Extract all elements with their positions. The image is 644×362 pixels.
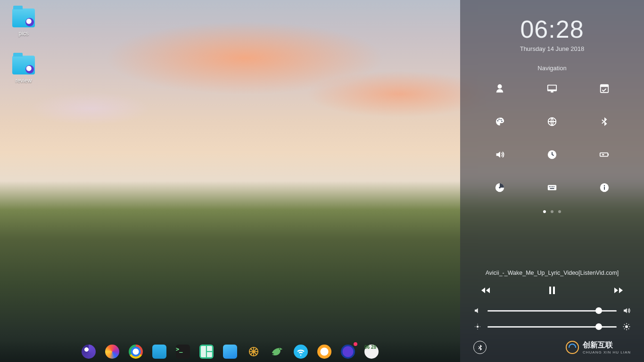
- bird-icon: [270, 345, 284, 359]
- apps-icon: [599, 83, 610, 94]
- volume-icon: [495, 149, 505, 160]
- brand-subtitle: CHUANG XIN HU LIAN: [583, 350, 631, 354]
- task-wifi[interactable]: [292, 343, 309, 360]
- task-files[interactable]: [151, 343, 168, 360]
- task-purple-app[interactable]: [339, 343, 356, 360]
- orange-app-icon: [317, 345, 331, 359]
- task-orange-app[interactable]: [316, 343, 333, 360]
- task-tiling[interactable]: [198, 343, 215, 360]
- chrome-icon: [129, 345, 143, 359]
- nav-appearance[interactable]: [490, 112, 509, 131]
- svg-rect-27: [550, 188, 554, 189]
- panel-clock-date: Thursday 14 June 2018: [473, 45, 631, 52]
- pager-dot-2[interactable]: [551, 210, 553, 213]
- svg-line-46: [624, 329, 625, 329]
- bluetooth-icon: [477, 344, 484, 351]
- purple-app-icon: [341, 345, 355, 359]
- media-track-title: Avicii_-_Wake_Me_Up_Lyric_Video[ListenVi…: [473, 270, 631, 276]
- navigation-title: Navigation: [473, 65, 631, 72]
- svg-rect-22: [548, 185, 556, 190]
- task-bird[interactable]: [269, 343, 286, 360]
- volume-thumb[interactable]: [595, 307, 602, 314]
- clock-widget-text: 06 28: [364, 345, 379, 350]
- svg-rect-31: [549, 287, 551, 294]
- nav-bluetooth[interactable]: [595, 112, 614, 131]
- svg-rect-19: [608, 154, 609, 156]
- svg-rect-29: [604, 187, 605, 189]
- svg-point-12: [497, 120, 498, 121]
- svg-rect-23: [549, 186, 550, 187]
- svg-line-44: [628, 329, 629, 329]
- task-terminal[interactable]: [174, 343, 191, 360]
- volume-slider[interactable]: [487, 310, 617, 312]
- task-wheel[interactable]: [245, 343, 262, 360]
- task-clock-widget[interactable]: 06 28: [363, 343, 380, 360]
- nav-about[interactable]: [595, 178, 614, 197]
- svg-point-13: [498, 119, 499, 120]
- brightness-thumb[interactable]: [595, 323, 602, 330]
- nav-power[interactable]: [595, 145, 614, 164]
- desktop-icon-label: pics: [7, 30, 41, 37]
- media-prev-button[interactable]: [477, 282, 494, 299]
- nav-pager[interactable]: [473, 206, 631, 215]
- globe-icon: [547, 116, 557, 127]
- desktop-icon-review[interactable]: review: [7, 56, 41, 84]
- volume-mute-icon: [473, 306, 482, 315]
- media-play-pause-button[interactable]: [544, 282, 561, 299]
- svg-rect-32: [553, 287, 555, 294]
- task-firefox[interactable]: [104, 343, 121, 360]
- launcher-icon: [82, 345, 96, 359]
- nav-applications[interactable]: [595, 79, 614, 98]
- svg-rect-25: [552, 186, 553, 187]
- clock-widget-icon: 06 28: [364, 345, 379, 359]
- desktop-icon-pics[interactable]: pics: [7, 8, 41, 37]
- user-icon: [495, 83, 505, 94]
- nav-keyboard[interactable]: [543, 178, 561, 197]
- folder-icon: [12, 8, 35, 27]
- tiling-icon: [199, 345, 214, 359]
- files-icon: [152, 345, 166, 359]
- pause-icon: [546, 285, 558, 296]
- nav-user[interactable]: [490, 79, 509, 98]
- update-badge-icon: [354, 342, 357, 346]
- firefox-icon: [105, 345, 119, 359]
- svg-point-21: [499, 187, 501, 189]
- brightness-slider-row: [473, 322, 631, 331]
- svg-point-14: [500, 119, 501, 120]
- brand-logo: 创新互联 CHUANG XIN HU LIAN: [566, 340, 631, 354]
- volume-high-icon: [622, 306, 631, 315]
- svg-line-43: [624, 324, 625, 325]
- brand-title: 创新互联: [583, 341, 613, 349]
- brightness-slider[interactable]: [487, 326, 617, 328]
- tray-bluetooth-toggle[interactable]: [473, 341, 487, 354]
- folder-icon: [12, 56, 35, 74]
- svg-point-33: [477, 326, 479, 328]
- nav-display[interactable]: [543, 79, 561, 98]
- pager-dot-3[interactable]: [558, 210, 561, 213]
- media-next-button[interactable]: [610, 282, 627, 299]
- side-panel: 06:28 Thursday 14 June 2018 Navigation A…: [460, 0, 644, 362]
- task-launcher[interactable]: [80, 343, 97, 360]
- panel-clock-time: 06:28: [473, 15, 631, 43]
- desktop-icon-label: review: [7, 77, 41, 84]
- navigation-grid: [473, 79, 631, 197]
- nav-network[interactable]: [543, 112, 561, 131]
- task-chrome[interactable]: [127, 343, 144, 360]
- svg-point-38: [625, 325, 628, 328]
- terminal-icon: [176, 345, 190, 359]
- clock-icon: [547, 149, 557, 160]
- media-section: Avicii_-_Wake_Me_Up_Lyric_Video[ListenVi…: [473, 255, 631, 354]
- skip-back-icon: [480, 285, 491, 296]
- palette-icon: [495, 116, 505, 127]
- monitor-icon: [547, 83, 557, 94]
- skip-forward-icon: [613, 285, 624, 296]
- task-photos[interactable]: [222, 343, 239, 360]
- nav-storage[interactable]: [490, 178, 509, 197]
- nav-sound[interactable]: [490, 145, 509, 164]
- battery-icon: [599, 149, 610, 160]
- svg-rect-26: [553, 186, 554, 187]
- svg-point-6: [279, 348, 281, 350]
- pager-dot-1[interactable]: [543, 210, 546, 213]
- wifi-icon: [294, 345, 308, 359]
- nav-time[interactable]: [543, 145, 561, 164]
